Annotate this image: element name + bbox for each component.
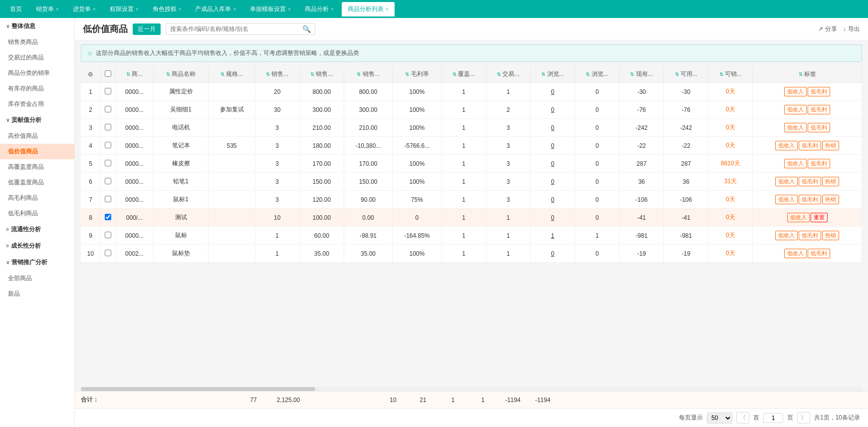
per-page-select[interactable]: 50 100 — [707, 413, 732, 424]
cell-view1[interactable]: 0 — [530, 191, 575, 209]
sidebar-item-low-value[interactable]: 低价值商品 — [0, 144, 74, 159]
nav-purchase-close[interactable]: × — [93, 6, 96, 12]
select-all-checkbox[interactable] — [105, 70, 111, 77]
cell-view1[interactable]: 0 — [530, 83, 575, 101]
cell-checkbox[interactable] — [101, 83, 116, 101]
view1-link[interactable]: 0 — [551, 88, 555, 95]
cell-checkbox[interactable] — [101, 119, 116, 137]
sort-sale3[interactable]: ⇅ — [357, 71, 361, 77]
time-filter-button[interactable]: 近一月 — [133, 23, 161, 35]
cell-view1[interactable]: 0 — [530, 137, 575, 155]
col-checkbox[interactable] — [101, 66, 116, 83]
sidebar-item-category-rate[interactable]: 商品分类的销率 — [0, 65, 74, 81]
sort-trade[interactable]: ⇅ — [497, 71, 501, 77]
nav-purchase[interactable]: 进货单 × — [67, 2, 102, 16]
sort-view1[interactable]: ⇅ — [541, 71, 545, 77]
view1-link[interactable]: 1 — [551, 232, 555, 239]
view1-link[interactable]: 0 — [551, 196, 555, 203]
search-input[interactable] — [170, 25, 302, 32]
cell-view1[interactable]: 0 — [530, 173, 575, 191]
nav-role-close[interactable]: × — [179, 6, 182, 12]
sort-tags[interactable]: ⇅ — [799, 71, 803, 77]
sidebar-item-stock-goods[interactable]: 有库存的商品 — [0, 81, 74, 96]
cell-checkbox[interactable] — [101, 191, 116, 209]
nav-product-in[interactable]: 产成品入库单 × — [189, 2, 242, 16]
sidebar-item-traded-goods[interactable]: 交易过的商品 — [0, 50, 74, 65]
sort-gross[interactable]: ⇅ — [405, 71, 409, 77]
row-checkbox[interactable] — [105, 232, 111, 238]
view1-link[interactable]: 0 — [551, 106, 555, 113]
sort-cover[interactable]: ⇅ — [452, 71, 456, 77]
nav-permission[interactable]: 权限设置 × — [104, 2, 145, 16]
row-checkbox[interactable] — [105, 88, 111, 94]
sort-code[interactable]: ⇅ — [126, 71, 130, 77]
row-checkbox[interactable] — [105, 250, 111, 256]
nav-permission-close[interactable]: × — [136, 6, 139, 12]
cell-checkbox[interactable] — [101, 101, 116, 119]
sort-sale2[interactable]: ⇅ — [310, 71, 314, 77]
sidebar-item-low-gross[interactable]: 低毛利商品 — [0, 206, 74, 221]
col-settings[interactable]: ⚙ — [81, 66, 101, 83]
view1-link[interactable]: 0 — [551, 142, 555, 149]
next-page-btn[interactable]: 〉 — [797, 412, 810, 424]
sidebar-item-high-cover[interactable]: 高覆盖度商品 — [0, 159, 74, 175]
search-icon[interactable]: 🔍 — [302, 25, 311, 33]
first-page-btn[interactable]: 〈 — [736, 412, 749, 424]
nav-template[interactable]: 单据模板设置 × — [244, 2, 297, 16]
cell-view1[interactable]: 0 — [530, 209, 575, 227]
share-button[interactable]: ↗ 分享 — [818, 25, 837, 33]
cell-view1[interactable]: 0 — [530, 245, 575, 263]
sort-spec[interactable]: ⇅ — [220, 71, 224, 77]
row-checkbox[interactable] — [105, 214, 111, 220]
view1-link[interactable]: 0 — [551, 178, 555, 185]
sidebar-item-all-goods[interactable]: 全部商品 — [0, 271, 74, 286]
row-checkbox[interactable] — [105, 106, 111, 112]
sidebar-group-overall[interactable]: ∨ 整体信息 — [0, 18, 74, 34]
sidebar-group-contribution[interactable]: ∨ 贡献值分析 — [0, 112, 74, 128]
cell-view1[interactable]: 0 — [530, 101, 575, 119]
nav-product-in-close[interactable]: × — [233, 6, 236, 12]
cell-checkbox[interactable] — [101, 245, 116, 263]
page-input[interactable] — [763, 413, 783, 423]
nav-home[interactable]: 首页 — [4, 2, 28, 16]
view1-link[interactable]: 0 — [551, 250, 555, 257]
sort-view2[interactable]: ⇅ — [586, 71, 590, 77]
row-checkbox[interactable] — [105, 124, 111, 130]
sidebar-item-stock-fund[interactable]: 库存资金占用 — [0, 96, 74, 112]
nav-sales-close[interactable]: × — [56, 6, 59, 12]
nav-role[interactable]: 角色授权 × — [147, 2, 188, 16]
nav-analysis[interactable]: 商品分析 × — [299, 2, 340, 16]
view1-link[interactable]: 0 — [551, 124, 555, 131]
cell-view1[interactable]: 0 — [530, 119, 575, 137]
export-button[interactable]: ↓ 导出 — [843, 25, 860, 33]
sidebar-item-high-value[interactable]: 高价值商品 — [0, 128, 74, 144]
sidebar-item-low-cover[interactable]: 低覆盖度商品 — [0, 175, 74, 190]
sort-saleable[interactable]: ⇅ — [719, 71, 723, 77]
cell-checkbox[interactable] — [101, 155, 116, 173]
nav-analysis-list-close[interactable]: × — [386, 6, 389, 12]
scrollbar-thumb[interactable] — [81, 387, 315, 391]
sidebar-group-growth[interactable]: > 成长性分析 — [0, 238, 74, 254]
sidebar-group-marketing[interactable]: ∨ 营销推广分析 — [0, 254, 74, 271]
horizontal-scrollbar[interactable] — [81, 387, 862, 391]
nav-analysis-close[interactable]: × — [331, 6, 334, 12]
sort-current[interactable]: ⇅ — [630, 71, 634, 77]
nav-template-close[interactable]: × — [288, 6, 291, 12]
nav-sales[interactable]: 销货单 × — [30, 2, 65, 16]
row-checkbox[interactable] — [105, 196, 111, 202]
sidebar-item-new-goods[interactable]: 新品 — [0, 286, 74, 302]
cell-checkbox[interactable] — [101, 209, 116, 227]
nav-analysis-list[interactable]: 商品分析列表 × — [342, 2, 395, 16]
sort-name[interactable]: ⇅ — [166, 71, 170, 77]
cell-view1[interactable]: 1 — [530, 227, 575, 245]
row-checkbox[interactable] — [105, 178, 111, 184]
row-checkbox[interactable] — [105, 160, 111, 166]
sidebar-group-flow[interactable]: > 流通性分析 — [0, 221, 74, 238]
view1-link[interactable]: 0 — [551, 160, 555, 167]
row-checkbox[interactable] — [105, 142, 111, 148]
sort-usable[interactable]: ⇅ — [675, 71, 679, 77]
cell-checkbox[interactable] — [101, 137, 116, 155]
sidebar-item-sales-goods[interactable]: 销售类商品 — [0, 34, 74, 50]
sort-sale1[interactable]: ⇅ — [266, 71, 270, 77]
cell-checkbox[interactable] — [101, 173, 116, 191]
